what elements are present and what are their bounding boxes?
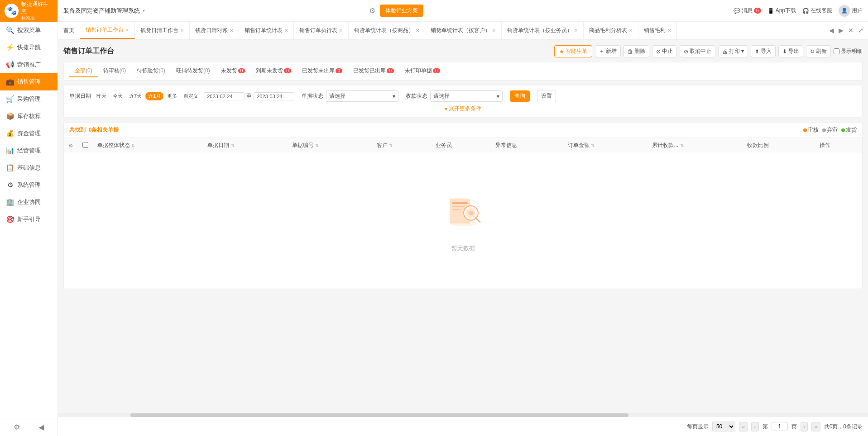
date-to-input[interactable] — [254, 92, 294, 100]
sidebar-settings-btn[interactable]: ⚙ — [14, 423, 20, 431]
last-page-btn[interactable]: » — [811, 422, 820, 431]
cancel-stop-btn[interactable]: ⊘ 取消中止 — [680, 45, 715, 57]
nav-next-btn[interactable]: ▶ — [837, 26, 845, 35]
date-btn-近7天[interactable]: 近7天 — [126, 92, 144, 100]
col-abnormal: 异常信息 — [491, 138, 563, 153]
tab-sales-stats-product[interactable]: 销货单统计表（按商品）✕ — [349, 22, 425, 39]
status-tab-pending-inspect[interactable]: 待拣验货(0) — [131, 65, 171, 77]
review-action-btn[interactable]: 审核 — [803, 126, 819, 134]
sidebar-item-enterprise[interactable]: 🏢企业协同 — [0, 194, 58, 211]
status-tab-not-printed[interactable]: 未打印单据0 — [399, 65, 446, 77]
sort-number-icon[interactable]: ⇅ — [315, 143, 319, 148]
next-page-btn[interactable]: › — [801, 422, 808, 431]
show-detail-checkbox[interactable]: 显示明细 — [834, 47, 863, 55]
online-support-btn[interactable]: 🎧 在线客服 — [802, 7, 832, 14]
select-all-checkbox[interactable] — [82, 142, 88, 148]
add-btn[interactable]: ＋ 新增 — [595, 45, 621, 57]
tab-close-sales-exec[interactable]: ✕ — [339, 28, 343, 33]
sidebar-item-system[interactable]: ⚙系统管理 — [0, 176, 58, 194]
tab-close-sales-stats-product[interactable]: ✕ — [416, 28, 419, 33]
import-btn[interactable]: ⬆ 导入 — [751, 45, 776, 57]
print-btn[interactable]: 🖨 打印 ▾ — [718, 45, 748, 57]
nav-prev-btn[interactable]: ◀ — [827, 26, 836, 35]
sidebar-item-guide[interactable]: 🎯新手引导 — [0, 211, 58, 228]
tab-close-sales-stats-customer[interactable]: ✕ — [492, 28, 496, 33]
tab-close-sales-stats[interactable]: ✕ — [284, 28, 288, 33]
tab-sales-order-workbench[interactable]: 销售订单工作台✕ — [80, 22, 135, 39]
prev-page-btn[interactable]: ‹ — [751, 422, 758, 431]
nav-close-all-btn[interactable]: ✕ — [846, 26, 855, 35]
status-tab-not-shipped[interactable]: 未发货0 — [216, 65, 251, 77]
status-select[interactable]: 请选择 ▾ — [326, 90, 398, 102]
nav-maximize-btn[interactable]: ⤢ — [856, 26, 865, 35]
message-btn[interactable]: 💬 消息 6 — [734, 7, 761, 14]
first-page-btn[interactable]: « — [739, 422, 748, 431]
export-btn[interactable]: ⬇ 导出 — [778, 45, 803, 57]
page-input[interactable] — [772, 422, 788, 431]
delete-btn[interactable]: 🗑 删除 — [623, 45, 649, 57]
tab-close-product-margin[interactable]: ✕ — [629, 28, 633, 33]
status-tab-pending-review[interactable]: 待审核(0) — [98, 65, 132, 77]
app-download-btn[interactable]: 📱 App下载 — [767, 7, 796, 14]
status-tab-shipped-out[interactable]: 已发货已出库0 — [348, 65, 399, 77]
tab-close-cash-reconcile[interactable]: ✕ — [230, 28, 233, 33]
topbar-settings-icon[interactable]: ⚙ — [369, 6, 375, 15]
sidebar-item-quick-nav[interactable]: ⚡快捷导航 — [0, 39, 58, 56]
sort-collected-icon[interactable]: ⇅ — [680, 143, 684, 148]
tab-product-margin[interactable]: 商品毛利分析表✕ — [584, 22, 638, 39]
date-btn-今天[interactable]: 今天 — [110, 92, 125, 100]
tab-sales-stats[interactable]: 销售订单统计表✕ — [239, 22, 294, 39]
status-tab-shipped-not-out[interactable]: 已发货未出库0 — [297, 65, 348, 77]
tab-close-cash-daily[interactable]: ✕ — [180, 28, 184, 33]
col-operation: 操作 — [815, 138, 862, 153]
sidebar-item-purchase[interactable]: 🛒采购管理 — [0, 90, 58, 108]
page-size-select[interactable]: 50 100 200 — [712, 422, 735, 431]
topbar-dropdown-icon[interactable]: ▾ — [143, 8, 145, 13]
sort-status-icon[interactable]: ⇅ — [131, 143, 135, 148]
industry-solution-btn[interactable]: 体验行业方案 — [380, 5, 423, 17]
sort-amount-icon[interactable]: ⇅ — [591, 143, 595, 148]
date-btn-更多[interactable]: 更多 — [164, 92, 180, 100]
date-from-input[interactable] — [204, 92, 245, 100]
tab-cash-reconcile[interactable]: 钱货日清对账✕ — [190, 22, 239, 39]
tab-home[interactable]: 首页 — [58, 22, 80, 39]
scroll-indicator[interactable] — [58, 413, 868, 417]
tab-cash-daily[interactable]: 钱货日清工作台✕ — [135, 22, 190, 39]
tab-close-sales-stats-staff[interactable]: ✕ — [574, 28, 578, 33]
date-btn-昨天[interactable]: 昨天 — [94, 92, 109, 100]
date-btn-近1月[interactable]: 近1月 — [145, 92, 163, 100]
sidebar-item-marketing[interactable]: 📢营销推广 — [0, 56, 58, 73]
tab-sales-stats-staff[interactable]: 销货单统计表（按业务员）✕ — [502, 22, 584, 39]
sidebar-item-sales[interactable]: 💼销售管理 — [0, 73, 58, 90]
sidebar-item-basic-info[interactable]: 📋基础信息 — [0, 159, 58, 176]
scroll-thumb[interactable] — [130, 413, 628, 417]
status-tab-wangpu-pending-ship[interactable]: 旺铺待发货(0) — [171, 65, 216, 77]
refresh-btn[interactable]: ↻ 刷新 — [806, 45, 831, 57]
status-tab-all[interactable]: 全部(0) — [69, 65, 98, 77]
smart-create-btn[interactable]: ★ 智能生单 — [554, 45, 592, 57]
col-settings[interactable]: ⚙ — [64, 138, 78, 153]
expand-filter-btn[interactable]: ▾ 展开更多条件 — [445, 105, 481, 113]
status-tab-overdue-not-shipped[interactable]: 到期未发货0 — [250, 65, 297, 77]
ship-action-btn[interactable]: 发货 — [841, 126, 857, 134]
user-menu-btn[interactable]: 👤 用户 — [839, 5, 863, 17]
date-btn-自定义[interactable]: 自定义 — [181, 92, 201, 100]
sidebar-item-finance[interactable]: 💰资金管理 — [0, 125, 58, 142]
sidebar-item-inventory[interactable]: 📦库存核算 — [0, 108, 58, 125]
sidebar-collapse-btn[interactable]: ◀ — [38, 423, 44, 431]
cancel-review-action-btn[interactable]: 弃审 — [822, 126, 838, 134]
stop-btn[interactable]: ⊘ 中止 — [652, 45, 677, 57]
tab-sales-stats-customer[interactable]: 销货单统计表（按客户）✕ — [425, 22, 502, 39]
sidebar-item-search[interactable]: 🔍搜索菜单 — [0, 22, 58, 39]
payment-select[interactable]: 请选择 ▾ — [430, 90, 503, 102]
tab-close-sales-gross[interactable]: ✕ — [667, 28, 671, 33]
filter-settings-btn[interactable]: 设置 — [537, 90, 556, 102]
sort-date-icon[interactable]: ⇅ — [231, 143, 235, 148]
sort-customer-icon[interactable]: ⇅ — [389, 143, 393, 148]
tab-sales-gross[interactable]: 销售毛利✕ — [638, 22, 677, 39]
sidebar-item-operations[interactable]: 📊经营管理 — [0, 142, 58, 159]
show-detail-input[interactable] — [834, 48, 839, 54]
query-btn[interactable]: 查询 — [510, 90, 530, 102]
tab-close-sales-order-workbench[interactable]: ✕ — [125, 28, 129, 33]
tab-sales-exec[interactable]: 销售订单执行表✕ — [294, 22, 349, 39]
